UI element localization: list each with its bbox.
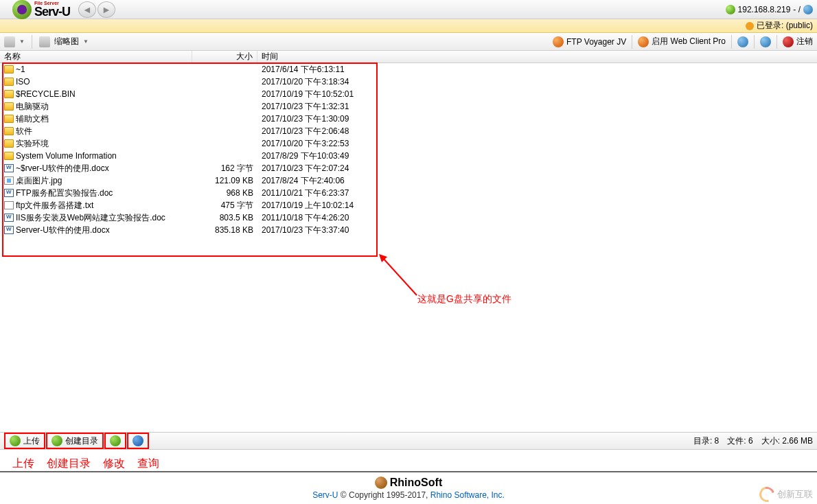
footer-logo: RhinoSoft	[375, 477, 442, 489]
folder-icon	[4, 115, 14, 123]
logo: File Server Serv-U	[0, 0, 70, 19]
label-modify: 修改	[103, 457, 125, 471]
file-time: 2017/10/23 下午1:32:31	[257, 101, 381, 113]
file-name: 电脑驱动	[16, 101, 49, 113]
ftp-voyager-link[interactable]: FTP Voyager JV	[566, 37, 626, 47]
file-time: 2017/10/20 下午3:18:34	[257, 76, 381, 88]
file-name: 辅助文档	[16, 113, 49, 125]
docx-icon	[4, 214, 14, 222]
file-name: ~$rver-U软件的使用.docx	[16, 163, 109, 174]
thumb-view-icon[interactable]	[39, 36, 50, 47]
file-name: ISO	[16, 77, 30, 87]
back-button[interactable]: ◄	[78, 1, 96, 18]
txt-icon	[4, 201, 14, 209]
ftp-voyager-icon[interactable]	[553, 36, 564, 47]
file-row[interactable]: ~$rver-U软件的使用.docx162 字节2017/10/23 下午2:0…	[0, 162, 817, 174]
folder-icon	[4, 152, 14, 160]
file-row[interactable]: ftp文件服务器搭建.txt475 字节2017/10/19 上午10:02:1…	[0, 199, 817, 211]
footer-text: Serv-U © Copyright 1995-2017, Rhino Soft…	[312, 490, 505, 500]
login-bar: 已登录: (public)	[0, 19, 817, 33]
ip-text: 192.168.8.219	[738, 5, 791, 14]
status-dir: 目录: 8	[693, 435, 719, 447]
rhino-link[interactable]: Rhino Software, Inc.	[430, 490, 505, 500]
file-size: 803.5 KB	[192, 213, 257, 222]
file-row[interactable]: 实验环境2017/10/20 下午3:22:53	[0, 137, 817, 150]
col-time[interactable]: 时间	[257, 51, 381, 62]
file-row[interactable]: $RECYCLE.BIN2017/10/19 下午10:52:01	[0, 88, 817, 100]
folder-icon	[4, 78, 14, 86]
newfolder-button[interactable]: 创建目录	[47, 434, 102, 448]
file-row[interactable]: FTP服务配置实验报告.doc968 KB2011/10/21 下午6:23:3…	[0, 187, 817, 199]
file-size: 968 KB	[192, 188, 257, 198]
docx-icon	[4, 164, 14, 172]
file-size: 121.09 KB	[192, 176, 257, 185]
list-view-icon[interactable]	[4, 36, 15, 47]
column-headers: 名称 大小 时间	[0, 51, 817, 63]
file-row[interactable]: ~12017/6/14 下午6:13:11	[0, 63, 817, 76]
servu-logo-icon	[12, 0, 32, 19]
file-row[interactable]: IIS服务安装及Web网站建立实验报告.doc803.5 KB2011/10/1…	[0, 211, 817, 224]
label-upload: 上传	[12, 457, 34, 471]
file-name: FTP服务配置实验报告.doc	[16, 187, 113, 199]
file-row[interactable]: System Volume Information2017/8/29 下午10:…	[0, 150, 817, 162]
file-time: 2011/10/21 下午6:23:37	[257, 187, 381, 199]
ip-suffix: - /	[793, 5, 801, 14]
modify-button[interactable]	[106, 434, 125, 448]
info-icon[interactable]	[803, 5, 813, 14]
file-name: System Volume Information	[16, 151, 117, 161]
annotation-text: 这就是G盘共享的文件	[417, 293, 511, 306]
server-ip: 192.168.8.219 - /	[726, 5, 813, 14]
file-time: 2017/8/24 下午2:40:06	[257, 175, 381, 187]
file-time: 2017/10/23 下午1:30:09	[257, 113, 381, 125]
dropdown-icon[interactable]: ▼	[83, 38, 89, 45]
folder-icon	[4, 65, 14, 73]
file-row[interactable]: 桌面图片.jpg121.09 KB2017/8/24 下午2:40:06	[0, 174, 817, 187]
modify-icon	[110, 435, 121, 446]
col-size[interactable]: 大小	[192, 51, 257, 62]
logo-main-text: Serv-U	[34, 5, 70, 18]
col-name[interactable]: 名称	[0, 51, 192, 62]
status-icon	[726, 5, 735, 14]
watermark: 创新互联	[759, 487, 813, 502]
annotation-arrow	[379, 254, 420, 299]
status-size: 大小: 2.66 MB	[761, 435, 813, 447]
info-icon[interactable]	[760, 36, 771, 47]
file-name: 软件	[16, 126, 32, 137]
file-row[interactable]: ISO2017/10/20 下午3:18:34	[0, 76, 817, 88]
file-row[interactable]: 辅助文档2017/10/23 下午1:30:09	[0, 113, 817, 125]
status-bar: 目录: 8 文件: 6 大小: 2.66 MB	[693, 435, 813, 447]
search-button[interactable]	[128, 434, 148, 448]
bottom-bar: 上传 创建目录 目录: 8 文件: 6 大小: 2.66 MB	[0, 432, 817, 450]
upload-icon	[10, 435, 21, 446]
file-time: 2017/8/29 下午10:03:49	[257, 150, 381, 162]
file-size: 835.18 KB	[192, 225, 257, 235]
logout-icon[interactable]	[783, 36, 794, 47]
file-row[interactable]: 电脑驱动2017/10/23 下午1:32:31	[0, 100, 817, 113]
file-row[interactable]: Server-U软件的使用.docx835.18 KB2017/10/23 下午…	[0, 224, 817, 236]
upload-button-box: 上传	[4, 433, 45, 449]
dropdown-icon[interactable]: ▼	[19, 38, 25, 45]
file-time: 2017/10/23 下午2:07:24	[257, 163, 381, 174]
bottom-labels: 上传 创建目录 修改 查询	[12, 457, 159, 471]
web-client-link[interactable]: 启用 Web Client Pro	[652, 36, 726, 47]
docx-icon	[4, 226, 14, 234]
folder-icon	[4, 127, 14, 135]
file-time: 2017/10/19 下午10:52:01	[257, 89, 381, 100]
file-name: Server-U软件的使用.docx	[16, 225, 110, 236]
thumb-label[interactable]: 缩略图	[54, 36, 79, 47]
servu-link[interactable]: Serv-U	[312, 490, 338, 500]
file-row[interactable]: 软件2017/10/23 下午2:06:48	[0, 125, 817, 137]
search-icon	[133, 435, 143, 446]
svg-line-0	[382, 257, 417, 295]
file-time: 2017/6/14 下午6:13:11	[257, 64, 381, 76]
upload-button[interactable]: 上传	[5, 434, 44, 448]
watermark-icon	[757, 484, 777, 504]
file-time: 2017/10/20 下午3:22:53	[257, 138, 381, 150]
forward-button[interactable]: ►	[97, 1, 115, 18]
help-icon[interactable]	[737, 36, 748, 47]
logout-link[interactable]: 注销	[796, 36, 813, 47]
web-client-icon[interactable]	[638, 36, 649, 47]
modify-button-box	[104, 433, 126, 449]
newfolder-icon	[51, 435, 62, 446]
file-name: 桌面图片.jpg	[16, 175, 62, 187]
